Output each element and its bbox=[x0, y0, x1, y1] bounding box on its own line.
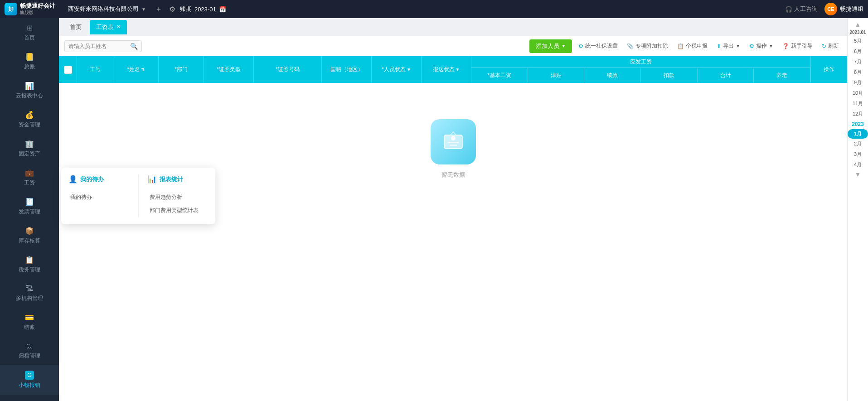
report-header-icon: 📊 bbox=[148, 175, 157, 184]
timeline-month-7[interactable]: 7月 bbox=[848, 57, 868, 67]
logo-area: 好 畅捷通好会计 旗舰版 bbox=[5, 2, 63, 16]
toolbar: 🔍 添加人员 ▼ ⚙ 统一社保设置 📎 专项附加扣除 📋 个税申报 bbox=[59, 36, 847, 56]
th-dept: *部门 bbox=[159, 56, 204, 83]
empty-illustration bbox=[440, 128, 467, 155]
sidebar-item-home[interactable]: ⊞ 首页 bbox=[0, 18, 59, 47]
company-selector[interactable]: 西安虾米网络科技有限公司 ▼ bbox=[63, 5, 150, 13]
timeline-month-6[interactable]: 6月 bbox=[848, 46, 868, 57]
operation-icon: ⚙ bbox=[749, 43, 754, 49]
dp-col-report: 📊 报表统计 费用趋势分析 部门费用类型统计表 bbox=[148, 175, 209, 217]
multi-org-icon: 🏗 bbox=[26, 285, 33, 293]
tax-declaration-action[interactable]: 📋 个税申报 bbox=[674, 40, 710, 52]
th-emp-no: 工号 bbox=[77, 56, 113, 83]
todo-header-icon: 👤 bbox=[68, 175, 78, 184]
timeline-nav-down[interactable]: ▼ bbox=[852, 170, 864, 179]
th-salary-group-label: 应发工资 bbox=[471, 56, 810, 68]
dp-todo-item-my-todo[interactable]: 我的待办 bbox=[68, 191, 129, 204]
timeline-month-10[interactable]: 10月 bbox=[848, 88, 868, 98]
headset-icon: 🎧 bbox=[785, 6, 792, 13]
refresh-action[interactable]: ↻ 刷新 bbox=[819, 40, 842, 52]
add-icon[interactable]: ＋ bbox=[155, 5, 162, 14]
search-icon: 🔍 bbox=[130, 43, 138, 50]
timeline-month-9[interactable]: 9月 bbox=[848, 77, 868, 88]
logo-text-block: 畅捷通好会计 旗舰版 bbox=[20, 2, 55, 16]
timeline-year-2023: 2023 bbox=[848, 119, 868, 129]
th-checkbox[interactable] bbox=[59, 56, 77, 83]
social-insurance-icon: ⚙ bbox=[578, 43, 583, 49]
sidebar-item-cloud-report[interactable]: 📊 云报表中心 bbox=[0, 76, 59, 105]
th-id-type: *证照类型 bbox=[204, 56, 254, 83]
settings-icon[interactable]: ⚙ bbox=[169, 5, 175, 14]
sidebar-item-basic-settings[interactable]: ⚙ 基础设置 bbox=[0, 395, 59, 401]
timeline-month-12[interactable]: 12月 bbox=[848, 109, 868, 119]
dp-report-item-dept-expense[interactable]: 部门费用类型统计表 bbox=[148, 204, 209, 217]
calendar-icon[interactable]: 📅 bbox=[219, 6, 226, 13]
tab-close-icon[interactable]: ✕ bbox=[116, 24, 121, 30]
social-insurance-label: 统一社保设置 bbox=[585, 42, 618, 50]
invoice-icon: 🧾 bbox=[25, 198, 34, 206]
add-person-button[interactable]: 添加人员 ▼ bbox=[529, 39, 572, 53]
dp-report-item-expense-trend[interactable]: 费用趋势分析 bbox=[148, 191, 209, 204]
dp-todo-header: 👤 我的待办 bbox=[68, 175, 129, 186]
th-report-status: 报送状态 ▼ bbox=[422, 56, 471, 83]
add-person-label: 添加人员 bbox=[536, 42, 559, 50]
sidebar-label-xiaochang: 小畅报销 bbox=[19, 382, 40, 389]
support-button[interactable]: 🎧 人工咨询 bbox=[785, 5, 818, 13]
sidebar-item-settle[interactable]: 💳 结账 bbox=[0, 308, 59, 337]
sidebar-item-invoice[interactable]: 🧾 发票管理 bbox=[0, 192, 59, 221]
tab-payroll[interactable]: 工资表 ✕ bbox=[90, 20, 127, 34]
operation-label: 操作 bbox=[756, 42, 767, 50]
timeline-nav-up[interactable]: ▲ bbox=[852, 20, 864, 29]
timeline-month-4[interactable]: 4月 bbox=[848, 159, 868, 170]
th-total: 合计 bbox=[698, 68, 754, 83]
personnel-status-filter-icon[interactable]: ▼ bbox=[407, 67, 411, 72]
report-status-filter-icon[interactable]: ▼ bbox=[456, 67, 460, 72]
new-guide-action[interactable]: ❓ 新手引导 bbox=[780, 40, 815, 52]
dp-todo-item-label: 我的待办 bbox=[70, 194, 92, 200]
user-area[interactable]: CE 畅捷通组 bbox=[824, 3, 863, 15]
dropdown-panel: 👤 我的待办 我的待办 📊 报表统计 费用趋势分析 部门费用类型统计表 bbox=[61, 168, 215, 224]
th-report-status-label: 报送状态 bbox=[433, 66, 455, 73]
sidebar-item-payroll[interactable]: 💼 工资 bbox=[0, 163, 59, 192]
dp-col-todo: 👤 我的待办 我的待办 bbox=[68, 175, 129, 217]
sidebar-item-fixed-assets[interactable]: 🏢 固定资产 bbox=[0, 134, 59, 163]
tax-icon: 📋 bbox=[25, 256, 34, 264]
sidebar-label-archive: 归档管理 bbox=[19, 352, 40, 360]
timeline-month-1[interactable]: 1月 bbox=[848, 129, 868, 139]
app-name: 畅捷通好会计 bbox=[20, 2, 55, 10]
select-all-checkbox[interactable] bbox=[64, 66, 72, 74]
xiaochang-icon: G bbox=[25, 371, 34, 380]
timeline-month-2[interactable]: 2月 bbox=[848, 139, 868, 149]
sidebar-label-inventory: 库存核算 bbox=[19, 237, 40, 245]
tab-home-label: 首页 bbox=[70, 23, 82, 31]
add-person-dropdown-icon: ▼ bbox=[561, 43, 566, 48]
timeline-month-8[interactable]: 8月 bbox=[848, 67, 868, 77]
th-ops-label: 操作 bbox=[824, 66, 834, 73]
svg-rect-2 bbox=[448, 142, 459, 143]
dp-dept-expense-label: 部门费用类型统计表 bbox=[150, 207, 199, 213]
archive-icon: 🗂 bbox=[26, 342, 33, 350]
sort-icon[interactable]: ⇅ bbox=[141, 67, 145, 72]
timeline-month-3[interactable]: 3月 bbox=[848, 149, 868, 159]
operation-action[interactable]: ⚙ 操作 ▼ bbox=[747, 40, 776, 52]
support-label: 人工咨询 bbox=[794, 5, 818, 13]
social-insurance-action[interactable]: ⚙ 统一社保设置 bbox=[576, 40, 621, 52]
search-input[interactable] bbox=[68, 43, 127, 49]
timeline-month-11[interactable]: 11月 bbox=[848, 98, 868, 109]
empty-icon-box bbox=[431, 119, 476, 164]
timeline-month-5[interactable]: 5月 bbox=[848, 36, 868, 46]
sidebar-item-multi-org[interactable]: 🏗 多机构管理 bbox=[0, 279, 59, 308]
sidebar-item-xiaochang[interactable]: G 小畅报销 bbox=[0, 365, 59, 395]
svg-point-1 bbox=[451, 136, 456, 140]
th-salary-sub: *基本工资 津贴 绩效 扣款 合计 养老 bbox=[471, 68, 810, 83]
sidebar-item-archive[interactable]: 🗂 归档管理 bbox=[0, 337, 59, 365]
ledger-icon: 📒 bbox=[25, 53, 34, 61]
special-deduct-action[interactable]: 📎 专项附加扣除 bbox=[624, 40, 671, 52]
export-action[interactable]: ⬆ 导出 ▼ bbox=[714, 40, 743, 52]
sidebar-item-tax[interactable]: 📋 税务管理 bbox=[0, 250, 59, 279]
sidebar-item-inventory[interactable]: 📦 库存核算 bbox=[0, 221, 59, 250]
sidebar-item-ledger[interactable]: 📒 总账 bbox=[0, 47, 59, 76]
tab-home[interactable]: 首页 bbox=[63, 20, 88, 34]
sidebar-item-fund[interactable]: 💰 资金管理 bbox=[0, 105, 59, 134]
sidebar-label-fixed-assets: 固定资产 bbox=[19, 150, 40, 158]
